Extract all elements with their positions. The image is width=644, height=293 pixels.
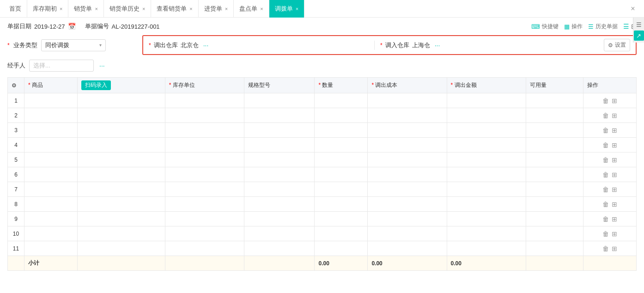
row-cost-1[interactable] <box>368 93 447 108</box>
layout-list-icon[interactable]: ☰ <box>623 23 629 30</box>
row-amount-2[interactable] <box>447 108 526 123</box>
row-amount-8[interactable] <box>447 197 526 212</box>
tab-inventory-check[interactable]: 盘点单 × <box>234 0 269 18</box>
delete-icon-5[interactable]: 🗑 <box>602 156 609 164</box>
row-unit-3[interactable] <box>165 123 244 138</box>
tab-sales-order[interactable]: 销货单 × <box>68 0 103 18</box>
copy-icon-11[interactable]: ⊞ <box>612 245 617 252</box>
date-value[interactable]: 2019-12-27 <box>34 23 65 30</box>
row-goods-8[interactable] <box>24 197 78 212</box>
tab-close-view-sales[interactable]: × <box>189 6 192 12</box>
handler-ellipsis[interactable]: ··· <box>97 62 107 69</box>
row-qty-10[interactable] <box>315 226 368 241</box>
row-qty-7[interactable] <box>315 182 368 197</box>
tab-home[interactable]: 首页 <box>4 0 27 18</box>
row-amount-4[interactable] <box>447 138 526 153</box>
row-qty-2[interactable] <box>315 108 368 123</box>
tab-close-inventory-init[interactable]: × <box>60 6 62 12</box>
delete-icon-1[interactable]: 🗑 <box>602 97 609 104</box>
row-unit-6[interactable] <box>165 167 244 182</box>
sidebar-list-icon[interactable]: ☰ <box>634 19 644 30</box>
row-spec-10[interactable] <box>244 226 315 241</box>
row-cost-11[interactable] <box>368 241 447 256</box>
row-spec-6[interactable] <box>244 167 315 182</box>
tab-inventory-init[interactable]: 库存期初 × <box>27 0 68 18</box>
row-goods-2[interactable] <box>24 108 78 123</box>
sidebar-export-icon[interactable]: ↗ <box>634 31 644 41</box>
shortcuts-button[interactable]: ⌨ 快捷键 <box>531 23 559 31</box>
row-unit-1[interactable] <box>165 93 244 108</box>
delete-icon-11[interactable]: 🗑 <box>602 245 609 252</box>
tab-close-inventory-check[interactable]: × <box>260 6 263 12</box>
row-unit-5[interactable] <box>165 153 244 167</box>
row-goods-9[interactable] <box>24 212 78 226</box>
delete-icon-9[interactable]: 🗑 <box>602 215 609 223</box>
row-cost-3[interactable] <box>368 123 447 138</box>
row-qty-1[interactable] <box>315 93 368 108</box>
tab-purchase-order[interactable]: 进货单 × <box>199 0 234 18</box>
row-spec-7[interactable] <box>244 182 315 197</box>
row-cost-8[interactable] <box>368 197 447 212</box>
scan-entry-button[interactable]: 扫码录入 <box>81 80 111 90</box>
row-qty-11[interactable] <box>315 241 368 256</box>
row-amount-7[interactable] <box>447 182 526 197</box>
row-amount-11[interactable] <box>447 241 526 256</box>
copy-icon-1[interactable]: ⊞ <box>612 97 617 104</box>
row-unit-7[interactable] <box>165 182 244 197</box>
row-qty-6[interactable] <box>315 167 368 182</box>
delete-icon-7[interactable]: 🗑 <box>602 186 609 193</box>
row-unit-8[interactable] <box>165 197 244 212</box>
delete-icon-8[interactable]: 🗑 <box>602 201 609 208</box>
row-goods-10[interactable] <box>24 226 78 241</box>
row-cost-6[interactable] <box>368 167 447 182</box>
row-spec-11[interactable] <box>244 241 315 256</box>
row-qty-8[interactable] <box>315 197 368 212</box>
row-spec-5[interactable] <box>244 153 315 167</box>
row-qty-3[interactable] <box>315 123 368 138</box>
operations-button[interactable]: ▦ 操作 <box>564 23 583 31</box>
row-spec-1[interactable] <box>244 93 315 108</box>
delete-icon-3[interactable]: 🗑 <box>602 127 609 134</box>
row-spec-8[interactable] <box>244 197 315 212</box>
row-qty-9[interactable] <box>315 212 368 226</box>
row-goods-7[interactable] <box>24 182 78 197</box>
row-goods-11[interactable] <box>24 241 78 256</box>
row-amount-3[interactable] <box>447 123 526 138</box>
delete-icon-2[interactable]: 🗑 <box>602 112 609 119</box>
business-type-select[interactable]: 同价调拨 ▾ <box>41 39 106 51</box>
tab-close-sales-history[interactable]: × <box>142 6 145 12</box>
row-amount-5[interactable] <box>447 153 526 167</box>
tab-close-sales-order[interactable]: × <box>95 6 97 12</box>
table-gear-icon[interactable]: ⚙ <box>12 82 17 89</box>
tab-sales-history[interactable]: 销货单历史 × <box>104 0 151 18</box>
row-unit-10[interactable] <box>165 226 244 241</box>
warehouse-out-value[interactable]: 北京仓 <box>181 41 199 49</box>
tab-close-purchase-order[interactable]: × <box>225 6 228 12</box>
row-amount-1[interactable] <box>447 93 526 108</box>
row-amount-6[interactable] <box>447 167 526 182</box>
row-qty-4[interactable] <box>315 138 368 153</box>
warehouse-out-ellipsis[interactable]: ··· <box>201 42 211 49</box>
delete-icon-4[interactable]: 🗑 <box>602 141 609 149</box>
delete-icon-10[interactable]: 🗑 <box>602 230 609 238</box>
copy-icon-8[interactable]: ⊞ <box>612 201 617 208</box>
row-spec-2[interactable] <box>244 108 315 123</box>
row-spec-3[interactable] <box>244 123 315 138</box>
tab-transfer-order[interactable]: 调拨单 × <box>269 0 304 18</box>
delete-icon-6[interactable]: 🗑 <box>602 171 609 178</box>
warehouse-in-ellipsis[interactable]: ··· <box>433 42 442 49</box>
copy-icon-3[interactable]: ⊞ <box>612 127 617 134</box>
row-goods-5[interactable] <box>24 153 78 167</box>
row-unit-4[interactable] <box>165 138 244 153</box>
row-spec-4[interactable] <box>244 138 315 153</box>
copy-icon-4[interactable]: ⊞ <box>612 141 617 149</box>
row-cost-5[interactable] <box>368 153 447 167</box>
row-goods-4[interactable] <box>24 138 78 153</box>
copy-icon-6[interactable]: ⊞ <box>612 171 617 178</box>
copy-icon-2[interactable]: ⊞ <box>612 112 617 119</box>
tab-close-transfer-order[interactable]: × <box>296 6 298 12</box>
tab-view-sales[interactable]: 查看销货单 × <box>151 0 198 18</box>
row-unit-11[interactable] <box>165 241 244 256</box>
row-cost-2[interactable] <box>368 108 447 123</box>
window-close-button[interactable]: × <box>626 0 640 18</box>
